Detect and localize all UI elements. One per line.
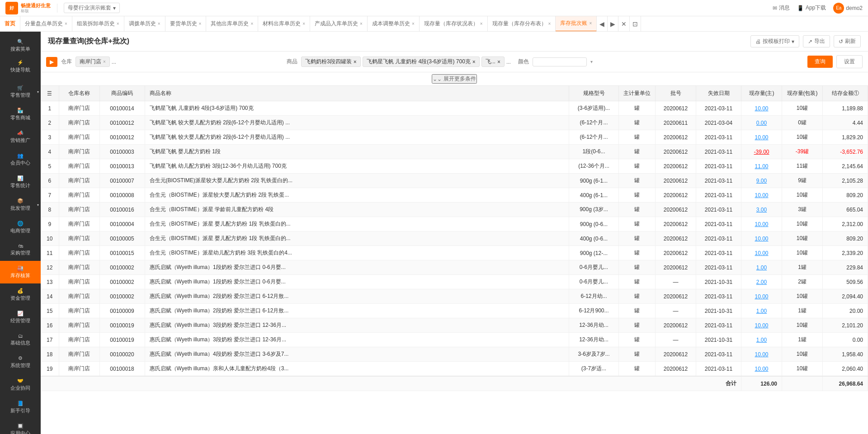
row-stock-main[interactable]: 10.00 [741, 246, 782, 260]
expand-more-btn[interactable]: ⌄⌄ 展开更多条件 [432, 74, 477, 84]
tab-diaobodanhis[interactable]: 调拨单历史 × [124, 16, 165, 32]
sidebar-item-retail-stat[interactable]: 📊 零售统计 [0, 171, 41, 193]
footer-row: 合计 126.00 26,968.64 [41, 376, 868, 391]
close-icon[interactable]: × [548, 21, 551, 26]
row-stock-main[interactable]: 3.00 [741, 203, 782, 217]
sidebar-search-btn[interactable]: 🔍 搜索英单 [0, 35, 41, 56]
row-expire: 2021-03-11 [696, 318, 741, 333]
user-area[interactable]: Ea demo2 [833, 3, 863, 14]
message-btn[interactable]: ✉ 消息 [773, 4, 790, 12]
filter-more[interactable]: ... [112, 59, 116, 65]
row-stock-main[interactable]: 0.00 [741, 116, 782, 130]
row-stock-main[interactable]: 1.00 [741, 304, 782, 318]
expand-down-icon: ⌄⌄ [433, 76, 442, 82]
row-stock-main[interactable]: 1.00 [741, 333, 782, 347]
close-icon[interactable]: × [65, 21, 67, 26]
row-spec: 900g (3岁... [569, 203, 619, 217]
table-container[interactable]: ☰ 仓库名称 商品编码 商品名称 规格型号 主计量单位 批号 失效日期 现存量(… [41, 86, 868, 434]
tab-next-btn[interactable]: ▶ [608, 16, 618, 32]
row-balance: -3,652.76 [823, 145, 868, 159]
tab-cailiaochuku[interactable]: 材料出库单历史 × [258, 16, 310, 32]
product-filter-more[interactable]: ... [506, 59, 511, 65]
row-code: 00100012 [99, 130, 145, 145]
row-stock-main[interactable]: 10.00 [741, 217, 782, 231]
close-icon[interactable]: × [117, 21, 119, 26]
sidebar-item-member[interactable]: 👥 会员中心 [0, 148, 41, 171]
store-selector[interactable]: 母婴行业演示账套 ▾ [64, 3, 120, 13]
row-code: 00100002 [99, 289, 145, 304]
sidebar-item-finance[interactable]: 💰 资金管理 [0, 283, 41, 306]
row-stock-main[interactable]: 9.00 [741, 174, 782, 188]
sidebar-item-enterprise[interactable]: 🤝 企业协同 [0, 373, 41, 396]
row-balance: 4.44 [823, 116, 868, 130]
product-tag-close[interactable]: × [354, 59, 357, 65]
tab-chenben[interactable]: 成本调整单历史 × [368, 16, 420, 32]
expand-filter-btn[interactable]: ▶ [46, 57, 57, 67]
row-stock-main[interactable]: 10.00 [741, 362, 782, 377]
tab-menu-btn[interactable]: ⊡ [630, 16, 641, 32]
row-stock-main[interactable]: 11.00 [741, 159, 782, 174]
sidebar-nav-btn[interactable]: ⚡ 快捷导航 [0, 56, 41, 77]
sidebar-item-ecommerce[interactable]: 🌐 电商管理 [0, 216, 41, 239]
sidebar-item-basic[interactable]: 🗂 基础信息 [0, 329, 41, 351]
sidebar-item-guide[interactable]: 📘 新手引导 [0, 396, 41, 419]
tab-zuzhuangchaijian[interactable]: 组装拆卸单历史 × [72, 16, 124, 32]
col-header-checkbox[interactable]: ☰ [41, 86, 59, 101]
sidebar-item-retail-mall[interactable]: 🏪 零售商城 [0, 103, 41, 126]
sidebar-item-inventory[interactable]: 🏭 库存核算 [0, 261, 41, 283]
close-icon[interactable]: × [199, 21, 202, 26]
sidebar-item-operations[interactable]: 📈 经营管理 [0, 306, 41, 329]
close-icon[interactable]: × [412, 21, 415, 26]
row-stock-main[interactable]: 10.00 [741, 101, 782, 116]
close-icon[interactable]: × [360, 21, 363, 26]
row-batch: 20200612 [656, 362, 696, 377]
tab-yaohuo[interactable]: 要货单历史 × [165, 16, 207, 32]
color-filter-input[interactable] [533, 57, 587, 66]
row-stock-main[interactable]: 10.00 [741, 289, 782, 304]
export-btn[interactable]: ↗ 导出 [803, 35, 830, 47]
tab-chanchengpin[interactable]: 产成品入库单历史 × [310, 16, 368, 32]
product-tag-close-3[interactable]: × [497, 59, 500, 65]
row-stock-main[interactable]: 10.00 [741, 130, 782, 145]
tab-prev-btn[interactable]: ◀ [597, 16, 608, 32]
sidebar-item-purchase[interactable]: 🛍 采购管理 [0, 239, 41, 261]
tab-xiancunliang2[interactable]: 现存量（库存分布表） × [488, 16, 556, 32]
table-row: 9 南岸门店 00100004 合生元（BIOSTIME）派星 婴儿配方奶粉 1… [41, 217, 868, 231]
store-selector-arrow: ▾ [113, 5, 116, 11]
close-icon[interactable]: × [250, 21, 253, 26]
close-icon[interactable]: × [480, 21, 483, 26]
tab-home[interactable]: 首页 [0, 16, 20, 32]
row-stock-main[interactable]: 10.00 [741, 318, 782, 333]
print-btn[interactable]: 🖨 按模板打印 ▾ [750, 35, 799, 47]
sidebar-item-marketing[interactable]: 📣 营销推广 [0, 126, 41, 148]
row-code: 00100015 [99, 246, 145, 260]
product-tag-close-2[interactable]: × [472, 59, 476, 65]
color-filter-arrow[interactable]: ▾ [590, 59, 593, 64]
row-stock-main[interactable]: 1.00 [741, 260, 782, 275]
sidebar-item-system[interactable]: ⚙ 系统管理 [0, 351, 41, 373]
query-btn[interactable]: 查询 [807, 56, 833, 68]
row-stock-main[interactable]: 2.00 [741, 275, 782, 289]
tab-fenliangpandian[interactable]: 分量盘点单历史 × [20, 16, 72, 32]
app-download-btn[interactable]: 📱 App下载 [797, 4, 826, 12]
row-stock-main[interactable]: 10.00 [741, 188, 782, 203]
tab-close-btn[interactable]: ✕ [618, 16, 630, 32]
row-stock-main[interactable]: -39.00 [741, 145, 782, 159]
close-icon[interactable]: × [302, 21, 305, 26]
row-stock-main[interactable]: 10.00 [741, 347, 782, 362]
download-icon: 📱 [797, 5, 804, 11]
tab-qitachuku[interactable]: 其他出库单历史 × [206, 16, 258, 32]
close-icon[interactable]: × [589, 21, 592, 26]
setting-btn[interactable]: 设置 [836, 55, 863, 68]
close-icon[interactable]: × [158, 21, 160, 26]
warehouse-tag-close[interactable]: × [103, 59, 106, 64]
app-sub: 标版 [21, 9, 51, 14]
sidebar-item-retail[interactable]: 🛒 零售管理 ▾ [0, 80, 41, 103]
sidebar-item-appcenter[interactable]: 🔲 应用中心 [0, 419, 41, 434]
sidebar-item-wholesale[interactable]: 📦 批发管理 ▾ [0, 193, 41, 216]
table-row: 1 南岸门店 00100014 飞鹤星飞帆 儿童奶粉 4段(3-6岁适用) 70… [41, 101, 868, 116]
tab-xiancunliang1[interactable]: 现存量（库存状况表） × [420, 16, 488, 32]
tab-kucunpici[interactable]: 库存批次账 × [556, 16, 597, 32]
row-stock-main[interactable]: 10.00 [741, 231, 782, 246]
refresh-btn[interactable]: ↺ 刷新 [834, 35, 861, 47]
